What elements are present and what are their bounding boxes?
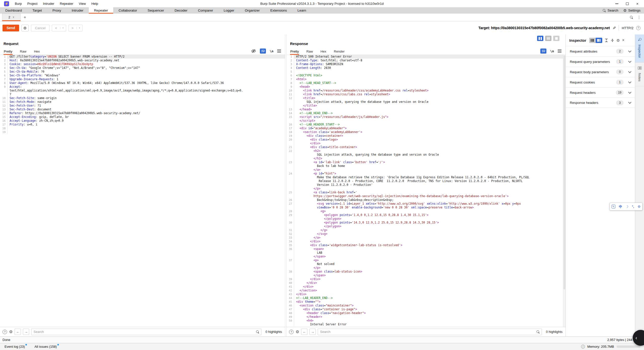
gear-icon[interactable]: ⚙ (617, 38, 620, 42)
code-text: Not solved (294, 262, 566, 266)
settings-button[interactable]: ⚙Settings (623, 9, 640, 12)
chevron-down-icon[interactable] (628, 80, 631, 83)
soft-wrap-toggle[interactable] (260, 49, 266, 54)
chevron-down-icon[interactable] (628, 91, 631, 94)
close-icon[interactable]: × (636, 2, 638, 6)
menu-item-burp[interactable]: Burp (13, 1, 24, 6)
repeater-tab-2[interactable]: 2 x (2, 14, 21, 21)
scrollbar-thumb[interactable] (564, 55, 565, 289)
menu-item-repeater[interactable]: Repeater (58, 1, 75, 6)
handwriting-icon[interactable]: ✎ (612, 205, 615, 208)
response-editor[interactable]: 1HTTP/2 500 Internal Server Error2Conten… (287, 55, 566, 327)
inspector-section-request-query-parameters[interactable]: Request query parameters1 (566, 56, 635, 67)
edit-target-icon[interactable]: ✎ (613, 26, 616, 30)
menu-icon[interactable] (277, 50, 281, 53)
search-input[interactable] (31, 329, 261, 335)
inspector-section-request-body-parameters[interactable]: Request body parameters0 (566, 67, 635, 77)
chinese-mode-icon[interactable]: 中 (619, 205, 622, 208)
search-icon[interactable] (630, 16, 633, 19)
close-icon[interactable]: × (622, 38, 624, 42)
main-tab-extensions[interactable]: Extensions (265, 7, 292, 14)
request-tab-raw[interactable]: Raw (20, 48, 27, 55)
response-tab-raw[interactable]: Raw (306, 48, 313, 55)
collapse-all-icon[interactable] (611, 38, 614, 42)
menu-item-view[interactable]: View (76, 1, 88, 6)
main-tab-learn[interactable]: Learn (292, 7, 311, 14)
line-number: 17 (0, 123, 8, 126)
menu-item-intruder[interactable]: Intruder (41, 1, 57, 6)
main-tab-comparer[interactable]: Comparer (193, 7, 218, 14)
request-tab-pretty[interactable]: Pretty (4, 48, 13, 55)
chevron-down-icon[interactable]: ▼ (76, 27, 82, 29)
main-tab-proxy[interactable]: Proxy (47, 7, 67, 14)
gear-icon: ⚙ (623, 9, 627, 12)
main-tab-target[interactable]: Target (27, 7, 47, 14)
gear-icon[interactable]: ⚙ (9, 329, 13, 334)
dock-tab-inspector[interactable]: Inspector (635, 34, 644, 63)
code-text: SQL injection attack, querying the datab… (294, 100, 566, 104)
close-tab-icon[interactable]: x (13, 15, 14, 19)
show-newlines-toggle[interactable]: \n (550, 49, 554, 53)
dock-right-icon[interactable] (596, 38, 602, 43)
expand-all-icon[interactable] (605, 38, 608, 42)
minimize-icon[interactable] (615, 4, 618, 4)
maximize-icon[interactable] (626, 3, 629, 5)
main-tab-logger[interactable]: Logger (218, 7, 239, 14)
event-log-button[interactable]: Event log (23) (5, 345, 27, 348)
inspector-section-request-cookies[interactable]: Request cookies1 (566, 77, 635, 87)
chevron-down-icon[interactable]: ▼ (60, 27, 66, 29)
chevron-down-icon[interactable] (628, 49, 631, 53)
history-back-button[interactable]: <▼ (52, 25, 66, 31)
all-issues-button[interactable]: All issues (158) (34, 345, 59, 348)
scrollbar[interactable] (563, 55, 566, 327)
send-settings-button[interactable]: ⚙ (21, 25, 29, 31)
search-input[interactable] (318, 329, 542, 335)
inspector-section-request-attributes[interactable]: Request attributes2 (566, 46, 635, 56)
request-editor[interactable]: 1GET /filter?category='UNION SELECT bann… (0, 55, 285, 327)
prev-match-button[interactable]: ← (15, 329, 21, 335)
main-tab-sequencer[interactable]: Sequencer (142, 7, 169, 14)
rows-layout-icon[interactable] (545, 36, 551, 41)
moon-icon[interactable]: ☽ (625, 205, 628, 208)
menu-item-project[interactable]: Project (25, 1, 39, 6)
help-icon[interactable] (3, 330, 7, 334)
soft-wrap-toggle[interactable] (540, 49, 546, 54)
main-tab-repeater[interactable]: Repeater (89, 7, 113, 14)
gear-icon[interactable]: ⚙ (296, 329, 299, 334)
prev-match-button[interactable]: ← (301, 329, 307, 335)
main-tab-organizer[interactable]: Organizer (239, 7, 265, 14)
next-match-button[interactable]: → (309, 329, 316, 335)
add-tab-button[interactable]: + (21, 14, 29, 21)
history-forward-button[interactable]: >▼ (68, 25, 83, 31)
more-options-icon[interactable]: ⋮ (637, 15, 641, 20)
response-tab-pretty[interactable]: Pretty (290, 48, 299, 55)
show-newlines-toggle[interactable]: \n (270, 49, 273, 53)
inspector-section-request-headers[interactable]: Request headers19 (566, 87, 635, 98)
gear-icon[interactable]: ⚙ (637, 205, 640, 208)
response-tab-hex[interactable]: Hex (320, 48, 327, 55)
main-tab-dashboard[interactable]: Dashboard (0, 7, 27, 14)
single-layout-icon[interactable] (553, 36, 559, 41)
punctuation-icon[interactable]: °, (632, 205, 634, 208)
request-tab-hex[interactable]: Hex (34, 48, 40, 55)
inspector-section-response-headers[interactable]: Response headers3 (566, 98, 635, 108)
help-icon[interactable] (289, 330, 294, 334)
chevron-down-icon[interactable] (628, 70, 631, 73)
dock-tab-notes[interactable]: Notes (635, 63, 644, 86)
menu-icon[interactable] (558, 50, 561, 53)
send-button[interactable]: Send (3, 25, 19, 31)
main-tab-decoder[interactable]: Decoder (169, 7, 193, 14)
cancel-button[interactable]: Cancel (31, 25, 50, 31)
menu-item-help[interactable]: Help (89, 1, 100, 6)
main-tab-intruder[interactable]: Intruder (66, 7, 89, 14)
response-tab-render[interactable]: Render (334, 48, 345, 55)
dock-left-icon[interactable] (589, 38, 596, 43)
next-match-button[interactable]: → (23, 329, 29, 335)
help-icon[interactable] (636, 26, 640, 30)
chevron-down-icon[interactable] (628, 60, 631, 63)
chevron-down-icon[interactable] (628, 101, 631, 104)
main-tab-collaborator[interactable]: Collaborator (113, 7, 142, 14)
hide-eye-icon[interactable] (251, 49, 256, 53)
search-button[interactable]: Search (602, 9, 618, 12)
columns-layout-icon[interactable] (537, 36, 543, 41)
